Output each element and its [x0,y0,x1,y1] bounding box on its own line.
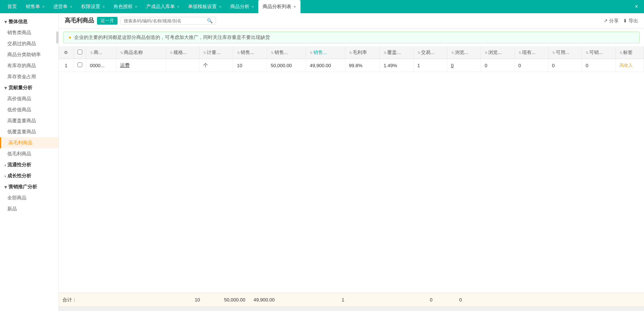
sidebar-group-overview[interactable]: ▾ 整体信息 [0,16,58,27]
main-layout: « ▾ 整体信息 销售类商品 交易过的商品 商品分类助销率 有库存的商品 库存资… [0,13,644,311]
arrow-icon: ▾ [4,19,7,25]
footer-totals: 合计： 10 50,000.00 49,900.00 1 0 0 [59,293,644,307]
sidebar-item-sales-goods[interactable]: 销售类商品 [0,27,58,38]
sidebar-item-low-coverage[interactable]: 低覆盖量商品 [0,126,58,137]
export-icon: ⬇ [623,18,627,23]
cell-tag: 高收入 [615,59,644,72]
footer-sales-qty: 10 [191,297,220,303]
export-button[interactable]: ⬇ 导出 [623,18,638,24]
col-coverage[interactable]: ⇅覆盖... [380,46,414,59]
sidebar-item-high-coverage[interactable]: 高覆盖量商品 [0,115,58,126]
sidebar-item-high-value[interactable]: 高价值商品 [0,93,58,104]
cell-unit: 个 [199,59,233,72]
top-navigation: 首页 销售单 × 进货单 × 权限设置 × 角色授权 × 产成品入库单 × 单据… [0,0,644,13]
table-header-row: ⚙ ⇅商... ⇅商品名称 ⇅规格... ⇅计量... ⇅销售... ⇅销售..… [59,46,644,59]
col-settings[interactable]: ⚙ [59,46,73,59]
table-wrapper[interactable]: ⚙ ⇅商... ⇅商品名称 ⇅规格... ⇅计量... ⇅销售... ⇅销售..… [59,46,644,293]
time-filter-button[interactable]: 近一月 [97,17,118,25]
share-button[interactable]: ↗ 分享 [604,18,619,24]
cell-sales-amount: 50,000.00 [267,59,306,72]
row-checkbox[interactable] [78,62,82,67]
col-checkbox[interactable] [73,46,86,59]
cell-views1[interactable]: 0 [447,59,481,72]
tab-stock-in[interactable]: 产成品入库单 × [142,0,184,13]
data-table: ⚙ ⇅商... ⇅商品名称 ⇅规格... ⇅计量... ⇅销售... ⇅销售..… [59,46,644,72]
cell-current-stock: 0 [514,59,548,72]
table-body: 1 0000... 运费 个 10 50,000.00 49,900.00 99… [59,59,644,72]
footer-current-stock: 0 [426,297,456,303]
col-transactions[interactable]: ⇅交易... [413,46,447,59]
content-area: 高毛利商品 近一月 🔍 ↗ 分享 ⬇ 导出 ✦ 企业的主要的利润都是这部分商品创… [59,13,644,311]
cell-transactions: 1 [413,59,447,72]
close-all-tabs[interactable]: × [632,3,641,10]
sidebar-group-contribution[interactable]: ▾ 贡献量分析 [0,82,58,93]
sidebar-group-growth[interactable]: › 成长性分析 [0,170,58,181]
header-actions: ↗ 分享 ⬇ 导出 [604,18,638,24]
close-tab-sales[interactable]: × [42,4,44,9]
col-tag[interactable]: ⇅标签 [615,46,644,59]
select-all-checkbox[interactable] [78,50,82,54]
share-icon: ↗ [604,18,608,23]
search-icon[interactable]: 🔍 [207,18,213,23]
close-tab-stock-in[interactable]: × [177,4,179,9]
cell-sales-cost: 49,900.00 [306,59,345,72]
horizontal-scrollbar[interactable] [59,307,644,311]
tab-template[interactable]: 单据模板设置 × [184,0,226,13]
search-box: 🔍 [120,17,216,25]
col-sales-qty[interactable]: ⇅销售... [233,46,267,59]
sidebar-group-circulation[interactable]: › 流通性分析 [0,159,58,170]
tab-home[interactable]: 首页 [3,0,21,13]
cell-gross-margin: 99.8% [345,59,380,72]
sidebar-item-low-value[interactable]: 低价值商品 [0,104,58,115]
sidebar-item-traded-goods[interactable]: 交易过的商品 [0,38,58,49]
close-tab-permissions[interactable]: × [102,4,105,9]
col-name[interactable]: ⇅商品名称 [116,46,166,59]
close-tab-list[interactable]: × [294,4,296,9]
col-views2[interactable]: ⇅浏览... [481,46,515,59]
cell-available-stock: 0 [548,59,582,72]
sidebar-group-marketing[interactable]: ▾ 营销推广分析 [0,181,58,192]
tab-permissions[interactable]: 权限设置 × [77,0,109,13]
cell-coverage: 1.49% [380,59,414,72]
cell-sales-qty: 10 [233,59,267,72]
cell-name[interactable]: 运费 [116,59,166,72]
sidebar-item-category-rate[interactable]: 商品分类助销率 [0,49,58,60]
sidebar-collapse-button[interactable]: « [56,32,59,43]
col-gross-margin[interactable]: ⇅毛利率 [345,46,380,59]
footer-sales-cost: 49,900.00 [250,297,279,303]
footer-available-stock: 0 [456,297,485,303]
arrow-icon-4: › [4,173,6,179]
sidebar-item-low-margin[interactable]: 低毛利商品 [0,148,58,159]
tab-sales-order[interactable]: 销售单 × [21,0,49,13]
col-available-stock[interactable]: ⇅可用... [548,46,582,59]
col-current-stock[interactable]: ⇅现有... [514,46,548,59]
col-code[interactable]: ⇅商... [86,46,116,59]
sidebar-item-in-stock[interactable]: 有库存的商品 [0,60,58,71]
arrow-icon-3: › [4,162,6,168]
col-sales-cost[interactable]: ⇅销售... [306,46,345,59]
sidebar-item-new-goods[interactable]: 新品 [0,203,58,214]
col-spec[interactable]: ⇅规格... [166,46,199,59]
search-input[interactable] [124,18,207,23]
content-header: 高毛利商品 近一月 🔍 ↗ 分享 ⬇ 导出 [59,13,644,29]
sidebar-item-high-margin[interactable]: 高毛利商品 [0,137,58,148]
tab-purchase[interactable]: 进货单 × [49,0,76,13]
close-tab-template[interactable]: × [219,4,221,9]
footer-label: 合计： [62,297,81,303]
sidebar-item-stock-capital[interactable]: 库存资金占用 [0,71,58,82]
close-tab-purchase[interactable]: × [70,4,72,9]
col-views1[interactable]: ⇅浏览... [447,46,481,59]
col-unit[interactable]: ⇅计量... [199,46,233,59]
col-sellable-stock[interactable]: ⇅可销... [582,46,616,59]
info-banner: ✦ 企业的主要的利润都是这部分商品创造的，可考虑加大推广，同时关注库存量是不要出… [63,32,640,43]
cell-sellable-stock: 0 [582,59,616,72]
cell-checkbox[interactable] [73,59,86,72]
close-tab-roles[interactable]: × [135,4,137,9]
table-row[interactable]: 1 0000... 运费 个 10 50,000.00 49,900.00 99… [59,59,644,72]
tab-roles[interactable]: 角色授权 × [109,0,141,13]
tab-product-analysis[interactable]: 商品分析 × [226,0,258,13]
sidebar-item-all-goods[interactable]: 全部商品 [0,192,58,203]
close-tab-product-analysis[interactable]: × [252,4,254,9]
col-sales-amount[interactable]: ⇅销售... [267,46,306,59]
tab-product-analysis-list[interactable]: 商品分析列表 × [258,0,300,13]
